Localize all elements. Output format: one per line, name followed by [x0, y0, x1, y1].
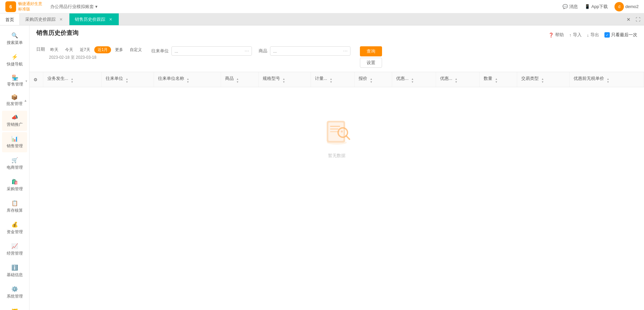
page-title: 销售历史价查询 — [36, 29, 78, 37]
product-input[interactable]: ··· — [270, 46, 351, 56]
sort-icon-pretax-price: ▲▼ — [607, 78, 609, 84]
maximize-window-btn[interactable]: ⛶ — [635, 16, 641, 23]
collab-icon: 🤝 — [11, 307, 18, 310]
sidebar-item-finance[interactable]: 💰 资金管理 — [2, 218, 27, 238]
sidebar-item-enterprise-collab[interactable]: 🤝 企业协同 — [2, 304, 27, 310]
search-icon: 🔍 — [11, 32, 18, 39]
th-partner-code[interactable]: 往来单位 ▲▼ — [101, 72, 154, 87]
logo-icon: 6 — [5, 1, 16, 12]
retail-chevron-icon: ▾ — [25, 79, 27, 83]
tab-purchase-history[interactable]: 采购历史价跟踪 ✕ — [20, 13, 69, 25]
import-icon: ↑ — [569, 33, 572, 38]
sidebar-item-marketing[interactable]: 📣 营销推广 — [2, 111, 27, 131]
th-pretax-price[interactable]: 优惠前无税单价 ▲▼ — [570, 72, 644, 87]
empty-illustration — [320, 114, 354, 149]
date-btn-1month[interactable]: 近1月 — [94, 46, 111, 53]
ecommerce-icon: 🛒 — [11, 157, 18, 163]
product-input-field[interactable] — [273, 49, 343, 54]
empty-svg — [320, 114, 354, 148]
topbar-left: 6 畅捷通好生意 标准版 办公用品行业模拟账套 ▾ — [5, 1, 98, 12]
th-trade-type[interactable]: 交易类型 ▲▼ — [517, 72, 570, 87]
tab-purchase-history-close[interactable]: ✕ — [58, 17, 64, 22]
sort-icon-unit: ▲▼ — [330, 78, 332, 84]
product-filter-group: 商品 ··· — [259, 46, 351, 56]
th-product[interactable]: 商品 ▲▼ — [221, 72, 258, 87]
app-selector[interactable]: 办公用品行业模拟账套 ▾ — [50, 4, 98, 10]
filter-bar: 日期 昨天 今天 近7天 近1月 更多 自定义 2023-02-18 至 202… — [36, 44, 637, 72]
date-btn-yesterday[interactable]: 昨天 — [48, 46, 61, 53]
sidebar-item-retail-mgmt[interactable]: 🏪 零售管理 ▾ — [2, 72, 30, 90]
date-btn-7days[interactable]: 近7天 — [77, 46, 93, 53]
sidebar-item-system[interactable]: ⚙️ 系统管理 — [2, 282, 27, 303]
sidebar: 🔍 搜索菜单 ⚡ 快捷导航 🏪 零售管理 ▾ 📦 批发管理 ▲ 📣 营销推广 — [0, 25, 30, 310]
th-gear[interactable]: ⚙ — [30, 72, 43, 87]
message-icon: 💬 — [562, 4, 568, 9]
export-icon: ↓ — [587, 33, 589, 38]
sidebar-item-wholesale-mgmt[interactable]: 📦 批发管理 ▲ — [2, 91, 30, 109]
th-spec[interactable]: 规格型号 ▲▼ — [258, 72, 311, 87]
system-icon: ⚙️ — [11, 286, 18, 292]
table-header: ⚙ 业务发生... ▲▼ 往来单位 ▲▼ 往来单位名称 ▲▼ — [30, 72, 644, 87]
only-last-checkbox-input[interactable]: ✓ — [604, 32, 610, 38]
help-btn[interactable]: ❓ 帮助 — [548, 32, 564, 38]
page-header: 销售历史价查询 ❓ 帮助 ↑ 导入 ↓ 导出 ✓ — [30, 25, 644, 72]
date-range-display: 2023-02-18 至 2023-03-18 — [49, 55, 145, 60]
partner-input-dots: ··· — [245, 48, 249, 54]
sidebar-item-quick-nav[interactable]: ⚡ 快捷导航 — [2, 50, 27, 70]
partner-input[interactable]: ··· — [171, 46, 252, 56]
date-btn-more[interactable]: 更多 — [112, 46, 126, 53]
settings-button[interactable]: 设置 — [360, 58, 382, 68]
content-area: 销售历史价查询 ❓ 帮助 ↑ 导入 ↓ 导出 ✓ — [30, 25, 644, 310]
th-unit[interactable]: 计量... ▲▼ — [311, 72, 354, 87]
th-discount2[interactable]: 优惠... ▲▼ — [436, 72, 479, 87]
marketing-icon: 📣 — [11, 114, 18, 120]
tab-sales-history[interactable]: 销售历史价跟踪 ✕ — [69, 13, 119, 25]
table-area: ⚙ 业务发生... ▲▼ 往来单位 ▲▼ 往来单位名称 ▲▼ — [30, 72, 644, 310]
sidebar-item-search-menu[interactable]: 🔍 搜索菜单 — [2, 29, 27, 49]
sidebar-item-basic-info[interactable]: ℹ️ 基础信息 — [2, 261, 27, 281]
inventory-icon: 📋 — [11, 200, 18, 206]
svg-line-7 — [346, 136, 350, 139]
table-settings-icon[interactable]: ⚙ — [34, 77, 38, 82]
partner-input-field[interactable] — [174, 49, 245, 54]
search-button[interactable]: 查询 — [360, 46, 382, 56]
th-quoted-price[interactable]: 报价 ▲▼ — [355, 72, 392, 87]
only-last-checkbox-group[interactable]: ✓ 只看最后一次 — [604, 32, 637, 38]
operations-icon: 📈 — [11, 243, 18, 249]
sales-icon: 📊 — [11, 136, 18, 142]
date-buttons: 昨天 今天 近7天 近1月 更多 自定义 — [48, 46, 145, 53]
import-btn[interactable]: ↑ 导入 — [569, 32, 582, 38]
finance-icon: 💰 — [11, 221, 18, 228]
download-icon: 📱 — [585, 4, 590, 9]
sort-icon-discount1: ▲▼ — [411, 78, 414, 84]
help-icon: ❓ — [548, 33, 554, 38]
sidebar-item-sales-mgmt[interactable]: 📊 销售管理 — [2, 132, 27, 152]
sort-icon-partner-name: ▲▼ — [186, 78, 189, 84]
export-btn[interactable]: ↓ 导出 — [587, 32, 599, 38]
message-btn[interactable]: 💬 消息 — [562, 4, 578, 10]
filter-actions: 查询 设置 — [360, 46, 382, 68]
th-discount1[interactable]: 优惠... ▲▼ — [392, 72, 436, 87]
partner-filter-group: 往来单位 ··· — [151, 46, 252, 56]
app-download-btn[interactable]: 📱 App下载 — [585, 4, 608, 10]
close-window-btn[interactable]: ✕ — [625, 16, 632, 23]
table-body: 暂无数据 — [30, 87, 644, 186]
user-profile[interactable]: d demo2 — [614, 2, 639, 11]
th-business-date[interactable]: 业务发生... ▲▼ — [43, 72, 101, 87]
tab-sales-history-close[interactable]: ✕ — [108, 17, 113, 22]
sort-icon-quantity: ▲▼ — [495, 78, 498, 84]
date-btn-custom[interactable]: 自定义 — [127, 46, 145, 53]
sort-icon-product: ▲▼ — [236, 78, 239, 84]
chevron-down-icon: ▾ — [95, 4, 98, 9]
th-partner-name[interactable]: 往来单位名称 ▲▼ — [154, 72, 221, 87]
date-btn-today[interactable]: 今天 — [62, 46, 76, 53]
sidebar-item-inventory[interactable]: 📋 库存核算 — [2, 197, 27, 217]
sidebar-item-operations[interactable]: 📈 经营管理 — [2, 240, 27, 260]
avatar: d — [614, 2, 624, 11]
tab-home[interactable]: 首页 — [0, 13, 20, 25]
sidebar-item-ecommerce[interactable]: 🛒 电商管理 — [2, 154, 27, 174]
th-quantity[interactable]: 数量 ▲▼ — [480, 72, 517, 87]
purchase-icon: 🛍️ — [11, 178, 18, 185]
topbar-right: 💬 消息 📱 App下载 d demo2 — [562, 2, 639, 11]
sidebar-item-purchase[interactable]: 🛍️ 采购管理 — [2, 175, 27, 195]
